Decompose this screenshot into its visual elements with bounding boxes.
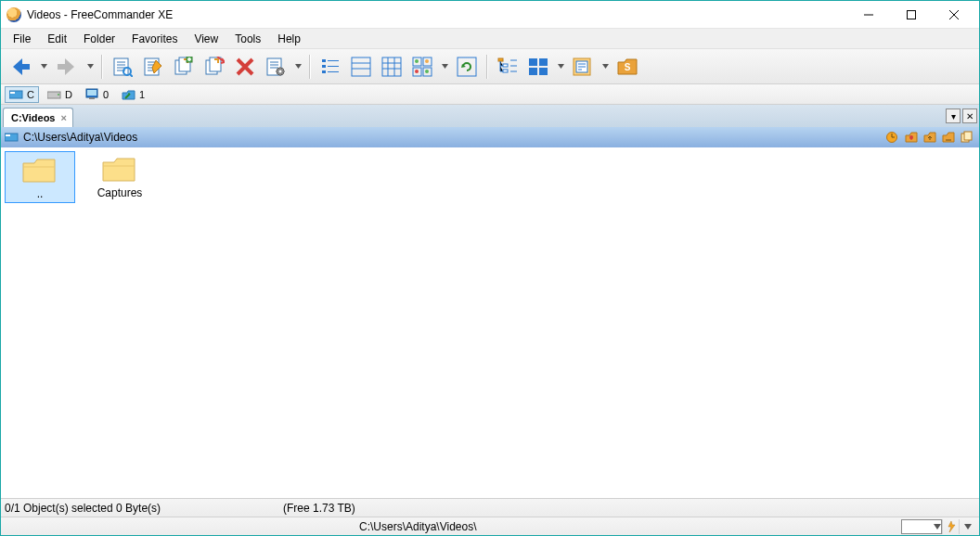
menu-folder[interactable]: Folder — [75, 31, 123, 47]
svg-rect-0 — [908, 10, 916, 19]
svg-point-22 — [425, 59, 429, 63]
folder-icon — [21, 156, 58, 185]
window-buttons — [847, 1, 975, 28]
svg-point-24 — [425, 70, 429, 73]
svg-rect-32 — [539, 68, 548, 75]
forward-button[interactable] — [53, 53, 81, 81]
edit-button[interactable] — [140, 53, 166, 81]
status-bar-lower: C:\Users\Aditya\Videos\ — [1, 517, 979, 535]
status-path[interactable]: C:\Users\Aditya\Videos\ — [357, 520, 636, 533]
svg-rect-28 — [503, 70, 508, 72]
tabstrip: C:Videos × ▾ ✕ — [1, 105, 979, 127]
svg-point-11 — [279, 70, 282, 72]
address-path[interactable]: C:\Users\Aditya\Videos — [23, 131, 884, 144]
svg-rect-1 — [114, 58, 128, 75]
svg-rect-13 — [322, 65, 326, 68]
panels-dropdown[interactable] — [556, 64, 565, 69]
titlebar: Videos - FreeCommander XE — [1, 1, 979, 29]
minimize-button[interactable] — [847, 1, 890, 28]
tab-close-all-button[interactable]: ✕ — [962, 108, 977, 123]
toggle-panels-button[interactable] — [525, 53, 551, 81]
file-item-parent[interactable]: .. — [5, 151, 75, 203]
status-free: (Free 1.73 TB) — [283, 502, 355, 515]
toolbar-separator — [309, 55, 311, 79]
view-details-button[interactable] — [317, 53, 343, 81]
status-bar-upper: 0/1 Object(s) selected 0 Byte(s) (Free 1… — [1, 498, 979, 517]
delete-button[interactable] — [232, 53, 258, 81]
tab-current[interactable]: C:Videos × — [3, 108, 73, 127]
search-folder-button[interactable]: S — [614, 53, 640, 81]
toolbar: S — [1, 49, 979, 84]
svg-rect-26 — [498, 58, 503, 61]
svg-rect-31 — [529, 68, 537, 75]
properties-dropdown[interactable] — [293, 64, 303, 69]
address-prefix: C: — [23, 131, 34, 144]
view-list-button[interactable] — [348, 53, 374, 81]
svg-rect-44 — [6, 134, 10, 136]
svg-rect-42 — [89, 97, 95, 99]
address-tail: \Users\Aditya\Videos — [34, 131, 137, 144]
menu-tools[interactable]: Tools — [226, 31, 269, 47]
menu-favorites[interactable]: Favorites — [123, 31, 186, 47]
copy-button[interactable] — [171, 53, 197, 81]
menubar: File Edit Folder Favorites View Tools He… — [1, 29, 979, 49]
file-item-captures[interactable]: Captures — [84, 151, 155, 201]
back-button[interactable] — [6, 53, 34, 81]
drive-0[interactable]: 0 — [81, 86, 113, 103]
svg-rect-27 — [503, 64, 508, 67]
view-button[interactable] — [110, 53, 135, 81]
window-title: Videos - FreeCommander XE — [27, 8, 847, 21]
drive-c[interactable]: C — [5, 86, 39, 103]
status-combo[interactable] — [901, 519, 942, 534]
menu-view[interactable]: View — [186, 31, 226, 47]
menu-help[interactable]: Help — [269, 31, 309, 47]
address-bar[interactable]: C:\Users\Aditya\Videos — [1, 127, 979, 147]
tab-label: C:Videos — [11, 112, 55, 123]
drivebar: C D 0 1 — [1, 84, 979, 105]
root-folder-icon[interactable] — [940, 130, 957, 145]
up-folder-icon[interactable] — [922, 130, 938, 145]
svg-rect-12 — [322, 59, 326, 62]
view-dropdown[interactable] — [440, 64, 449, 69]
properties-button[interactable] — [263, 53, 289, 81]
svg-rect-15 — [352, 57, 370, 76]
drive-1[interactable]: 1 — [117, 86, 149, 103]
back-dropdown[interactable] — [39, 64, 48, 69]
quickview-button[interactable] — [570, 53, 596, 81]
tree-toggle-button[interactable] — [495, 53, 521, 81]
drive-label: C — [27, 89, 34, 100]
quickview-dropdown[interactable] — [600, 64, 610, 69]
copy-path-icon[interactable] — [959, 130, 975, 145]
tab-menu-button[interactable]: ▾ — [946, 108, 961, 123]
move-button[interactable] — [201, 53, 227, 81]
svg-rect-41 — [87, 90, 97, 96]
drive-d[interactable]: D — [43, 86, 77, 103]
menu-edit[interactable]: Edit — [39, 31, 75, 47]
folder-icon — [101, 155, 138, 185]
refresh-button[interactable] — [454, 53, 480, 81]
status-selection: 0/1 Object(s) selected 0 Byte(s) — [5, 502, 283, 515]
svg-rect-14 — [322, 70, 326, 73]
status-flash-icon[interactable] — [942, 519, 959, 534]
svg-rect-29 — [529, 58, 537, 66]
close-button[interactable] — [933, 1, 975, 28]
favorites-icon[interactable] — [903, 130, 920, 145]
history-icon[interactable] — [884, 130, 901, 145]
tab-close-icon[interactable]: × — [60, 112, 66, 123]
view-smallicons-button[interactable] — [379, 53, 405, 81]
svg-rect-25 — [458, 57, 476, 76]
svg-point-39 — [58, 94, 59, 96]
svg-rect-30 — [539, 58, 548, 66]
svg-text:S: S — [625, 62, 631, 72]
maximize-button[interactable] — [890, 1, 933, 28]
file-label: .. — [37, 187, 44, 200]
toolbar-separator — [486, 55, 488, 79]
menu-file[interactable]: File — [5, 31, 39, 47]
toolbar-separator — [101, 55, 103, 79]
view-thumbnails-button[interactable] — [409, 53, 435, 81]
status-dropdown[interactable] — [959, 519, 975, 534]
address-quick-icons — [884, 130, 975, 145]
file-pane[interactable]: .. Captures — [1, 147, 979, 498]
forward-dropdown[interactable] — [85, 64, 95, 69]
svg-point-21 — [415, 59, 419, 63]
